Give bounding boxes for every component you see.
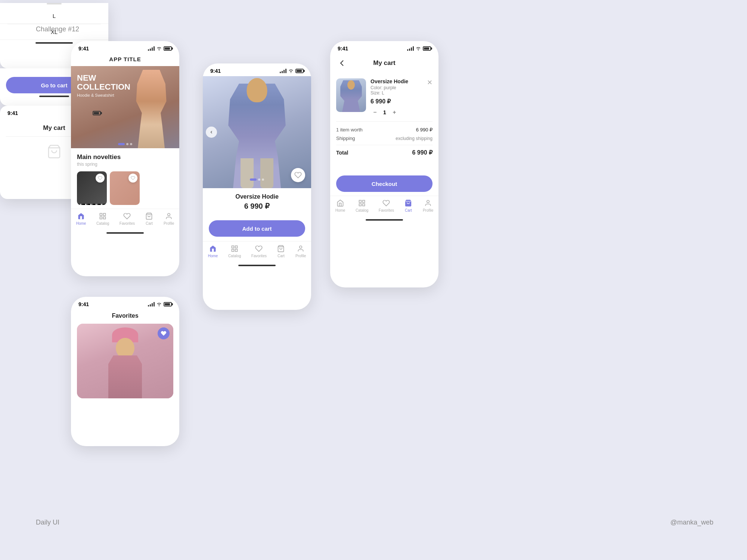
total-row: Total 6 990 ₽ <box>336 145 433 156</box>
battery-icon-6 <box>164 302 172 307</box>
nav-catalog-1[interactable]: Catalog <box>96 212 109 225</box>
bottom-nav-2: Home Catalog Favorites Cart Profile <box>203 241 311 262</box>
qty-increase-button[interactable]: + <box>390 108 399 117</box>
novelties-title: Main novelties <box>77 153 173 161</box>
signal-icon-2 <box>280 69 286 73</box>
hero-new-text: NEW <box>77 74 130 83</box>
nav-cart-label-1: Cart <box>146 221 153 225</box>
nav-profile-3[interactable]: Profile <box>423 199 433 212</box>
novelty-card-2[interactable] <box>110 171 140 205</box>
svg-rect-2 <box>100 217 102 219</box>
time-2: 9:41 <box>210 68 221 74</box>
items-worth-value: 6 990 ₽ <box>416 127 433 133</box>
battery-icon-3 <box>423 46 431 51</box>
nav-favorites-3[interactable]: Favorites <box>379 199 394 212</box>
home-indicator <box>35 42 73 44</box>
wifi-icon-3 <box>416 47 421 51</box>
nav-catalog-label-3: Catalog <box>356 208 368 212</box>
svg-rect-7 <box>235 246 238 248</box>
qty-control: − 1 + <box>371 108 422 117</box>
qty-value: 1 <box>383 109 386 115</box>
time-7: 9:41 <box>7 110 18 116</box>
svg-point-5 <box>168 214 170 216</box>
nav-home-2[interactable]: Home <box>208 245 218 258</box>
back-button[interactable] <box>336 57 347 69</box>
nav-cart-3[interactable]: Cart <box>404 199 412 212</box>
remove-item-button[interactable]: ✕ <box>427 78 433 87</box>
status-bar-2: 9:41 <box>203 63 311 76</box>
total-label: Total <box>336 150 348 156</box>
nav-favorites-label-1: Favorites <box>120 221 135 225</box>
svg-rect-0 <box>100 214 102 216</box>
favorite-btn-1[interactable] <box>96 174 105 183</box>
daily-ui-label: Daily UI <box>36 519 59 526</box>
nav-profile-label-2: Profile <box>295 254 306 258</box>
total-value: 6 990 ₽ <box>412 149 433 156</box>
nav-favorites-label-3: Favorites <box>379 208 394 212</box>
svg-point-17 <box>427 200 430 203</box>
nav-catalog-3[interactable]: Catalog <box>356 199 368 212</box>
home-icon-3 <box>336 199 344 207</box>
profile-icon-1 <box>165 212 173 220</box>
add-to-cart-button[interactable]: Add to cart <box>209 220 305 237</box>
nav-cart-1[interactable]: Cart <box>145 212 153 225</box>
hero-overlay: NEW COLLECTION Hoodie & Sweatshirt <box>77 74 130 97</box>
prev-image-button[interactable] <box>206 127 217 138</box>
favorites-icon-3 <box>382 199 390 207</box>
cart-header: My cart <box>330 54 438 74</box>
favorite-btn-2[interactable] <box>128 174 137 183</box>
time-3: 9:41 <box>338 46 348 52</box>
product-name: Oversize Hodie <box>209 193 305 200</box>
product-favorite-button[interactable] <box>291 168 305 182</box>
cart-item-color: Color: purple <box>371 85 422 90</box>
time-6: 9:41 <box>78 301 89 307</box>
wifi-icon-6 <box>156 302 162 307</box>
phone-home: 9:41 APP TITLE NEW COLLECTION Hoodie & S… <box>71 41 179 276</box>
nav-profile-label-1: Profile <box>164 221 174 225</box>
checkout-button[interactable]: Checkout <box>336 175 433 192</box>
status-icons-6 <box>148 302 172 307</box>
novelties-grid <box>77 171 173 205</box>
profile-icon-2 <box>297 245 305 253</box>
nav-home-label-1: Home <box>76 221 86 225</box>
size-option-L[interactable]: L <box>0 8 108 24</box>
favorites-icon-1 <box>123 212 131 220</box>
svg-rect-6 <box>232 246 234 248</box>
cart-icon-3 <box>404 199 412 207</box>
svg-rect-1 <box>103 214 106 216</box>
nav-favorites-2[interactable]: Favorites <box>251 245 267 258</box>
favorites-heart-icon[interactable] <box>158 327 170 339</box>
nav-profile-1[interactable]: Profile <box>164 212 174 225</box>
hero-dots <box>118 143 132 145</box>
cart-item-details: Oversize Hodie Color: purple Size: L 6 9… <box>371 78 422 117</box>
cart-icon-1 <box>145 212 153 220</box>
nav-home-1[interactable]: Home <box>76 212 86 225</box>
cart-summary: 1 item worth 6 990 ₽ Shipping excluding … <box>330 122 438 161</box>
svg-rect-9 <box>235 249 238 252</box>
battery-icon-7 <box>93 111 101 115</box>
home-indicator-1 <box>106 232 144 234</box>
nav-catalog-2[interactable]: Catalog <box>228 245 241 258</box>
items-worth-label: 1 item worth <box>336 127 363 133</box>
qty-decrease-button[interactable]: − <box>371 108 379 117</box>
nav-cart-2[interactable]: Cart <box>277 245 285 258</box>
signal-icon-1 <box>148 46 155 51</box>
svg-point-11 <box>300 246 302 249</box>
nav-favorites-label-2: Favorites <box>251 254 267 258</box>
signal-icon-3 <box>407 46 414 51</box>
nav-profile-2[interactable]: Profile <box>295 245 306 258</box>
hero-image: NEW COLLECTION Hoodie & Sweatshirt <box>71 66 179 148</box>
cart-icon-2 <box>277 245 285 253</box>
svg-rect-12 <box>359 200 362 203</box>
svg-rect-3 <box>103 217 106 219</box>
favorites-title: Favorites <box>71 309 179 324</box>
nav-home-3[interactable]: Home <box>335 199 345 212</box>
novelty-card-1[interactable] <box>77 171 107 205</box>
svg-rect-15 <box>363 204 365 206</box>
favorites-item-1[interactable] <box>77 324 173 398</box>
home-icon-1 <box>77 212 85 220</box>
nav-favorites-1[interactable]: Favorites <box>120 212 135 225</box>
sheet-indicator <box>47 3 62 4</box>
wifi-icon-1 <box>156 47 162 51</box>
svg-rect-14 <box>359 204 362 206</box>
